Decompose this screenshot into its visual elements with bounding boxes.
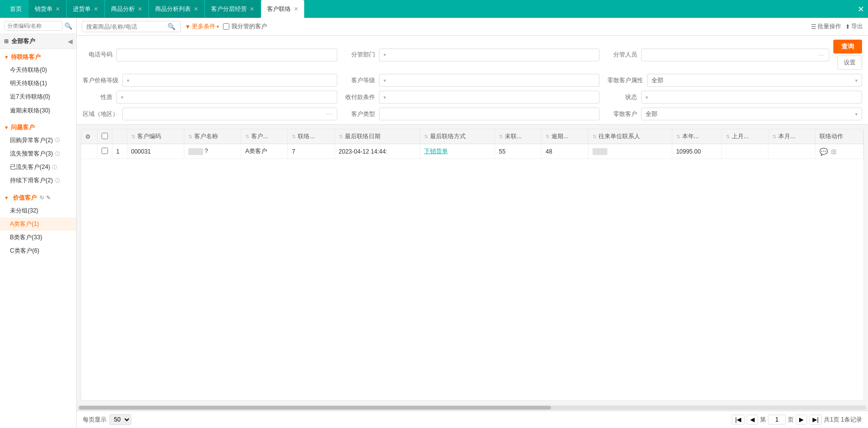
row-checkbox[interactable] <box>102 148 108 154</box>
last-page-btn[interactable]: ▶| <box>809 415 822 425</box>
sort-icon12[interactable]: ⇅ <box>772 134 776 139</box>
arrow-down-icon3: ▼ <box>4 195 9 201</box>
sidebar-item-churned[interactable]: 已流失客户(24) ⓘ <box>0 160 76 174</box>
sidebar-all-customers-header[interactable]: ⊞ 全部客户 ◀ <box>0 34 76 49</box>
close-customer-contact-tab[interactable]: ✕ <box>294 6 298 12</box>
close-purchase-tab[interactable]: ✕ <box>94 6 98 12</box>
sidebar-item-declining[interactable]: 持续下滑客户(2) ⓘ <box>0 174 76 187</box>
filter-nature-input[interactable]: ▾ <box>116 91 337 104</box>
arrow-down-icon: ▼ <box>4 54 9 60</box>
sort-icon8[interactable]: ⇅ <box>545 134 549 139</box>
settings-button[interactable]: 设置 <box>837 55 862 70</box>
batch-op-btn[interactable]: ☰ 批量操作 <box>811 22 841 31</box>
filter-area-input[interactable]: ··· <box>122 107 337 120</box>
sidebar-item-b-class[interactable]: B类客户(33) <box>0 231 76 244</box>
sidebar-item-tomorrow[interactable]: 明天待联络(1) <box>0 77 76 90</box>
filter-payment-row: 收付款条件 ▾ <box>345 91 600 104</box>
nav-tab-sales[interactable]: 销货单 ✕ <box>29 0 66 18</box>
manager-more-icon[interactable]: ··· <box>818 52 825 58</box>
settings-icon[interactable]: ⚙ <box>85 133 91 140</box>
filter-nature-row: 性质 ▾ <box>83 91 337 104</box>
nav-tab-analysis-list[interactable]: 商品分析列表 ✕ <box>149 0 204 18</box>
sidebar-item-c-class[interactable]: C类客户(6) <box>0 244 76 258</box>
search-input[interactable] <box>86 23 165 30</box>
sort-icon2[interactable]: ⇅ <box>188 134 192 139</box>
sidebar-item-repurchase-abnormal[interactable]: 回购异常客户(2) ⓘ <box>0 134 76 147</box>
sidebar-search-icon[interactable]: 🔍 <box>64 22 72 30</box>
sort-icon10[interactable]: ⇅ <box>676 134 680 139</box>
filter-manager-input[interactable]: ··· <box>641 49 829 61</box>
select-all-checkbox[interactable] <box>102 133 108 139</box>
filter-price-level-input[interactable]: ▾ <box>122 74 337 87</box>
sidebar-item-7days[interactable]: 近7天待联络(0) <box>0 90 76 104</box>
close-analysis-list-tab[interactable]: ✕ <box>194 6 198 12</box>
filter-manager-label: 分管人员 <box>607 51 637 59</box>
contact-way-link[interactable]: 下销货单 <box>424 148 448 155</box>
edit-icon[interactable]: ✎ <box>46 195 51 201</box>
nav-tab-customer-contact[interactable]: 客户联络 ✕ <box>261 0 304 18</box>
filter-customer-level-input[interactable]: ▾ <box>379 74 600 87</box>
col-name: ⇅ 客户名称 <box>184 129 241 144</box>
toolbar-search-icon[interactable]: 🔍 <box>167 23 175 30</box>
sidebar-item-a-class[interactable]: A类客户(1) <box>0 217 76 231</box>
close-sales-tab[interactable]: ✕ <box>55 6 60 12</box>
sort-icon[interactable]: ⇅ <box>131 134 135 139</box>
toolbar-search-box: 🔍 <box>82 21 181 32</box>
prev-page-btn[interactable]: ◀ <box>747 415 758 425</box>
sort-icon11[interactable]: ⇅ <box>726 134 730 139</box>
filter-retail-attr-input[interactable]: 全部 ▾ <box>647 74 862 87</box>
collapse-sidebar-icon[interactable]: ◀ <box>68 38 72 45</box>
area-more-icon[interactable]: ··· <box>326 110 333 117</box>
sort-icon6[interactable]: ⇅ <box>424 134 428 139</box>
nav-tab-customer-tier[interactable]: 客户分层经营 ✕ <box>205 0 260 18</box>
nav-tab-purchase[interactable]: 进货单 ✕ <box>67 0 104 18</box>
filter-phone-label: 电话号码 <box>83 51 112 59</box>
sort-icon3[interactable]: ⇅ <box>245 134 249 139</box>
filter-payment-input[interactable]: ▾ <box>379 91 600 104</box>
cell-this-year: 10995.00 <box>672 144 721 159</box>
nav-tab-home[interactable]: 首页 <box>4 0 28 18</box>
section-pending-contact-title[interactable]: ▼ 待联络客户 <box>0 51 76 63</box>
filter-nature-label: 性质 <box>83 93 112 102</box>
filter-phone-input[interactable] <box>116 49 337 61</box>
filter-status-input[interactable]: ▾ <box>641 91 862 104</box>
sidebar-item-today[interactable]: 今天待联络(0) <box>0 63 76 77</box>
my-customers-checkbox[interactable] <box>223 23 229 30</box>
filter-more-btn[interactable]: ▼ 更多条件 ▾ <box>185 22 219 31</box>
close-all-tabs[interactable]: ✕ <box>858 4 864 14</box>
sidebar-item-overdue[interactable]: 逾期未联络(30) <box>0 104 76 117</box>
nav-tab-analysis[interactable]: 商品分析 ✕ <box>105 0 148 18</box>
query-button[interactable]: 查询 <box>833 40 862 54</box>
sort-icon9[interactable]: ⇅ <box>593 134 597 139</box>
retail-customer-arrow-icon: ▾ <box>855 111 858 117</box>
sidebar-item-churn-warning[interactable]: 流失预警客户(3) ⓘ <box>0 147 76 160</box>
export-icon: ⬆ <box>845 23 850 30</box>
sort-icon4[interactable]: ⇅ <box>292 134 296 139</box>
first-page-btn[interactable]: |◀ <box>732 415 745 425</box>
batch-op-icon: ☰ <box>811 23 816 30</box>
sort-icon5[interactable]: ⇅ <box>339 134 343 139</box>
filter-dept-input[interactable]: ▾ <box>379 49 600 61</box>
section-problem-title[interactable]: ▼ 问题客户 <box>0 121 76 134</box>
section-problem-customers: ▼ 问题客户 回购异常客户(2) ⓘ 流失预警客户(3) ⓘ 已流失客户(24)… <box>0 119 76 190</box>
refresh-icon[interactable]: ↻ <box>40 195 44 201</box>
action-comment-icon[interactable]: 💬 <box>819 148 828 156</box>
dept-arrow-icon: ▾ <box>383 52 386 57</box>
filter-customer-type-input[interactable] <box>379 107 600 120</box>
sidebar-item-ungrouped[interactable]: 未分组(32) <box>0 204 76 217</box>
close-analysis-tab[interactable]: ✕ <box>138 6 142 12</box>
export-btn[interactable]: ⬆ 导出 <box>845 22 863 31</box>
sort-icon7[interactable]: ⇅ <box>499 134 503 139</box>
section-value-title[interactable]: ▼ 价值客户 ↻ ✎ <box>0 192 76 204</box>
sidebar: 🔍 ⊞ 全部客户 ◀ ▼ 待联络客户 今天待联络(0) 明天待联络(1) 近7天… <box>0 18 77 428</box>
filter-retail-customer-input[interactable]: 全部 ▾ <box>641 107 862 120</box>
close-customer-tier-tab[interactable]: ✕ <box>250 6 254 12</box>
page-number-input[interactable] <box>768 415 786 425</box>
page-size-select[interactable]: 50 <box>109 414 131 425</box>
horizontal-scrollbar[interactable] <box>77 405 868 411</box>
scrollbar-thumb[interactable] <box>79 406 551 410</box>
sidebar-search-input[interactable] <box>4 21 62 31</box>
next-page-btn[interactable]: ▶ <box>796 415 807 425</box>
col-last-month: ⇅ 上月... <box>722 129 768 144</box>
action-qr-icon[interactable]: ⊞ <box>831 148 837 156</box>
